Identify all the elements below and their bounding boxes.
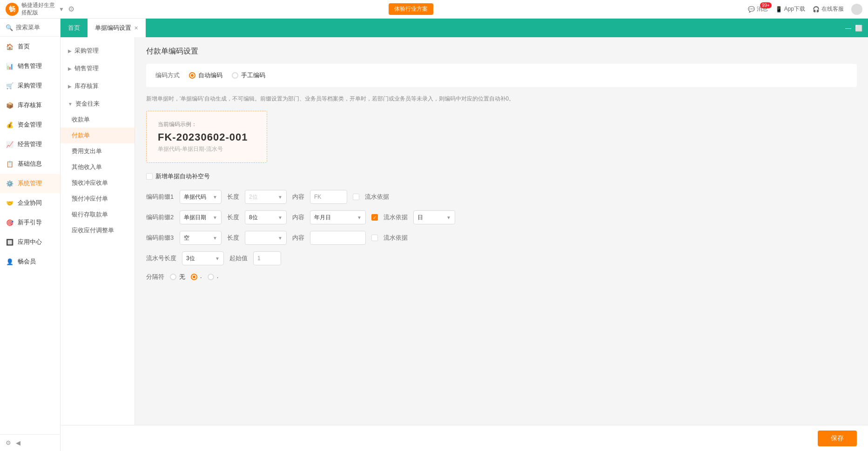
sidebar-item-guide[interactable]: 🎯 新手引导 xyxy=(0,213,60,232)
auto-code-radio[interactable]: 自动编码 xyxy=(189,71,222,80)
settings-footer-icon[interactable]: ⚙ xyxy=(6,439,11,446)
guide-icon: 🎯 xyxy=(6,218,14,227)
length2-select[interactable]: 8位 ▼ xyxy=(245,210,287,224)
serial1-checkbox[interactable] xyxy=(353,194,359,200)
tab-home[interactable]: 首页 xyxy=(61,19,87,37)
nav-leaf-expense[interactable]: 费用支出单 xyxy=(61,143,135,159)
sidebar-item-finance[interactable]: 💰 资金管理 xyxy=(0,115,60,135)
sidebar-item-member[interactable]: 👤 畅会员 xyxy=(0,252,60,271)
period-select[interactable]: 日 ▼ xyxy=(413,210,455,224)
tab-doc-code[interactable]: 单据编码设置 ✕ xyxy=(87,19,146,37)
nav-group-capital-title[interactable]: ▼ 资金往来 xyxy=(61,96,135,112)
main-layout: 🔍 搜索菜单 🏠 首页 📊 销售管理 🛒 采购管理 📦 库存核算 💰 资金管理 … xyxy=(0,19,868,451)
prefix2-select[interactable]: 单据日期 ▼ xyxy=(180,210,222,224)
app-icon: 📱 xyxy=(775,6,782,13)
purchase-icon: 🛒 xyxy=(6,81,14,90)
auto-fill-checkbox[interactable] xyxy=(146,173,153,180)
top-bar-right: 💬 消息 99+ 📱 App下载 🎧 在线客服 xyxy=(748,4,862,15)
length1-label: 长度 xyxy=(227,193,239,201)
save-button[interactable]: 保存 xyxy=(818,431,857,446)
auto-fill-row[interactable]: 新增单据自动补空号 xyxy=(146,172,857,181)
sidebar-item-sales[interactable]: 📊 销售管理 xyxy=(0,56,60,76)
sep-dot2-radio[interactable]: · xyxy=(208,274,219,281)
basics-icon: 📋 xyxy=(6,160,14,168)
serial-length-label: 流水号长度 xyxy=(146,254,176,263)
top-bar: 畅 畅捷通好生意 搭配版 ▼ ⚙ 体验行业方案 💬 消息 99+ 📱 App下载… xyxy=(0,0,868,19)
sidebar-item-home[interactable]: 🏠 首页 xyxy=(0,37,60,56)
separator-row: 分隔符 无 · · xyxy=(146,273,857,281)
sidebar-item-apps[interactable]: 🔲 应用中心 xyxy=(0,232,60,252)
chevron-right-icon: ▶ xyxy=(68,48,72,54)
start-value-input[interactable]: 1 xyxy=(253,251,281,265)
search-icon: 🔍 xyxy=(6,24,13,31)
caret-icon: ▼ xyxy=(213,195,217,200)
nav-group-sales-title[interactable]: ▶ 销售管理 xyxy=(61,61,135,76)
length1-select[interactable]: 2位 ▼ xyxy=(245,190,287,204)
nav-leaf-payment[interactable]: 付款单 xyxy=(61,128,135,143)
collapse-icon[interactable]: ◀ xyxy=(16,439,20,446)
sidebar-item-basics[interactable]: 📋 基础信息 xyxy=(0,154,60,174)
brand-icon: 畅 xyxy=(6,3,19,16)
tab-bar-actions: — ⬜ xyxy=(845,25,868,32)
nav-leaf-receipt[interactable]: 收款单 xyxy=(61,112,135,128)
length2-label: 长度 xyxy=(227,213,239,222)
content2-select[interactable]: 年月日 ▼ xyxy=(310,210,366,224)
caret-icon-9: ▼ xyxy=(215,256,220,261)
prefix3-select[interactable]: 空 ▼ xyxy=(180,231,222,245)
content-body: ▶ 采购管理 ▶ 销售管理 ▶ 库存核算 xyxy=(61,37,868,425)
sidebar-item-operations[interactable]: 📈 经营管理 xyxy=(0,135,60,154)
member-icon: 👤 xyxy=(6,257,14,266)
nav-leaf-prepay-pay[interactable]: 预付冲应付单 xyxy=(61,191,135,207)
length3-select[interactable]: ▼ xyxy=(245,231,287,245)
user-avatar[interactable] xyxy=(851,4,862,15)
search-menu[interactable]: 🔍 搜索菜单 xyxy=(0,19,60,37)
trial-button[interactable]: 体验行业方案 xyxy=(389,3,433,15)
prefix1-select[interactable]: 单据代码 ▼ xyxy=(180,190,222,204)
tab-maximize-icon[interactable]: ⬜ xyxy=(855,25,862,32)
nav-leaf-other-income[interactable]: 其他收入单 xyxy=(61,159,135,175)
sidebar-item-enterprise[interactable]: 🤝 企业协同 xyxy=(0,193,60,213)
coding-method-label: 编码方式 xyxy=(155,71,180,80)
prefix2-label: 编码前缀2 xyxy=(146,213,174,222)
app-download-item[interactable]: 📱 App下载 xyxy=(775,5,805,13)
sep-none-radio[interactable]: 无 xyxy=(170,273,185,281)
content-area: 首页 单据编码设置 ✕ — ⬜ ▶ 采购管理 xyxy=(61,19,868,451)
content3-input[interactable] xyxy=(310,231,366,245)
nav-leaf-prepay-recv[interactable]: 预收冲应收单 xyxy=(61,175,135,191)
manual-code-radio[interactable]: 手工编码 xyxy=(232,71,265,80)
nav-leaf-adjust[interactable]: 应收应付调整单 xyxy=(61,222,135,238)
dropdown-arrow[interactable]: ▼ xyxy=(59,6,64,13)
sidebar-item-inventory[interactable]: 📦 库存核算 xyxy=(0,95,60,115)
serial2-checkbox[interactable]: ✓ xyxy=(371,214,378,221)
nav-group-inventory-title[interactable]: ▶ 库存核算 xyxy=(61,78,135,94)
message-item[interactable]: 💬 消息 99+ xyxy=(748,5,768,13)
page-title: 付款单编码设置 xyxy=(146,47,857,56)
sidebar-item-purchase[interactable]: 🛒 采购管理 xyxy=(0,76,60,95)
sep-none-dot xyxy=(170,274,176,280)
nav-leaf-bank[interactable]: 银行存取款单 xyxy=(61,207,135,222)
online-service-item[interactable]: 🎧 在线客服 xyxy=(813,5,844,13)
start-value-label: 起始值 xyxy=(229,254,248,263)
nav-group-purchase: ▶ 采购管理 xyxy=(61,43,135,59)
tab-bar: 首页 单据编码设置 ✕ — ⬜ xyxy=(61,19,868,37)
form-row-1: 编码前缀1 单据代码 ▼ 长度 2位 ▼ 内容 FK 流水依据 xyxy=(146,190,857,204)
main-panel: 付款单编码设置 编码方式 自动编码 手工编码 xyxy=(135,37,868,425)
settings-icon[interactable]: ⚙ xyxy=(68,5,74,13)
sep-dot-radio[interactable]: · xyxy=(191,274,202,281)
tab-minimize-icon[interactable]: — xyxy=(845,25,851,32)
sep-dot-dot xyxy=(191,274,197,280)
sidebar-item-system[interactable]: ⚙️ 系统管理 xyxy=(0,174,60,193)
content1-input[interactable]: FK xyxy=(310,190,347,204)
chevron-right-icon-3: ▶ xyxy=(68,84,72,89)
tab-close-icon[interactable]: ✕ xyxy=(134,25,138,31)
serial3-checkbox[interactable] xyxy=(371,235,378,241)
preview-box: 当前编码示例： FK-20230602-001 单据代码-单据日期-流水号 xyxy=(146,111,267,163)
caret-icon-8: ▼ xyxy=(278,236,283,241)
brand-text: 畅捷通好生意 搭配版 xyxy=(21,2,55,16)
finance-icon: 💰 xyxy=(6,121,14,129)
prefix3-label: 编码前缀3 xyxy=(146,234,174,242)
serial-length-select[interactable]: 3位 ▼ xyxy=(182,251,224,265)
nav-group-purchase-title[interactable]: ▶ 采购管理 xyxy=(61,43,135,59)
caret-icon-7: ▼ xyxy=(213,236,217,241)
chevron-down-icon: ▼ xyxy=(68,101,73,107)
